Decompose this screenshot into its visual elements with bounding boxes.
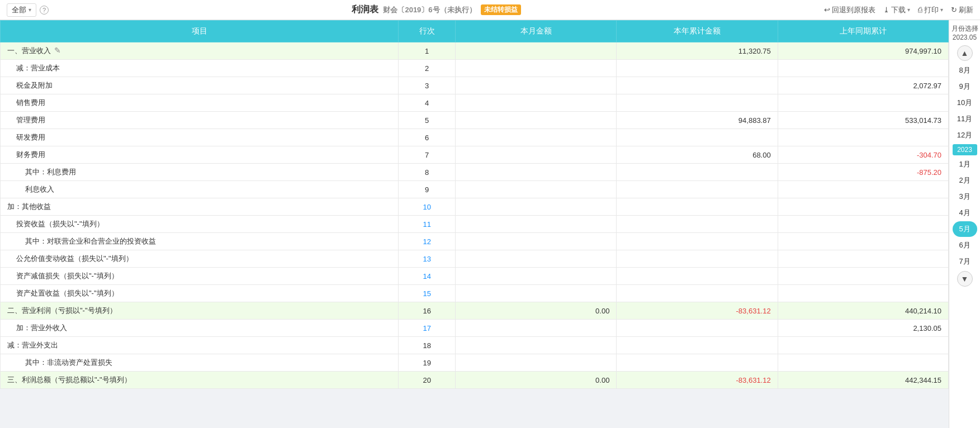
cell-row-number[interactable]: 12 — [399, 233, 456, 250]
month-down-button[interactable]: ▼ — [957, 271, 973, 287]
cell-current-month — [456, 285, 617, 302]
cell-current-month — [456, 129, 617, 146]
cell-item: 二、营业利润（亏损以"-"号填列） — [1, 302, 399, 320]
cell-item: 利息收入 — [1, 181, 399, 198]
cell-prior-ytd: 442,344.15 — [778, 372, 948, 389]
month-item-12月[interactable]: 12月 — [953, 127, 977, 143]
cell-row-number: 8 — [399, 164, 456, 181]
profit-table: 项目 行次 本月金额 本年累计金额 上年同期累计 一、营业收入✎111,320.… — [0, 20, 949, 389]
help-icon[interactable]: ? — [40, 6, 49, 15]
table-row: 其中：利息费用8-875.20 — [1, 164, 949, 181]
cell-item: 其中：非流动资产处置损失 — [1, 354, 399, 372]
cell-ytd: 94,883.87 — [617, 112, 778, 129]
month-item-3月[interactable]: 3月 — [953, 189, 977, 205]
cell-item: 销售费用 — [1, 94, 399, 112]
cell-ytd — [617, 250, 778, 268]
month-item-1月[interactable]: 1月 — [953, 156, 977, 172]
cell-ytd — [617, 216, 778, 233]
table-row: 投资收益（损失以"-"填列）11 — [1, 216, 949, 233]
edit-icon[interactable]: ✎ — [54, 46, 61, 55]
table-row: 资产处置收益（损失以"-"填列）15 — [1, 285, 949, 302]
cell-ytd: 68.00 — [617, 146, 778, 164]
print-icon: ⎙ — [918, 6, 922, 14]
cell-row-number: 19 — [399, 354, 456, 372]
cell-current-month — [456, 233, 617, 250]
cell-prior-ytd — [778, 181, 948, 198]
cell-ytd — [617, 268, 778, 285]
cell-row-number: 20 — [399, 372, 456, 389]
cell-row-number[interactable]: 17 — [399, 320, 456, 337]
month-item-5月[interactable]: 5月 — [953, 221, 977, 237]
unsettle-badge[interactable]: 未结转损益 — [481, 4, 521, 15]
sidebar-title: 月份选择 — [951, 25, 978, 34]
download-icon: ⤓ — [883, 6, 889, 14]
cell-prior-ytd — [778, 216, 948, 233]
table-row: 税金及附加32,072.97 — [1, 77, 949, 94]
cell-row-number: 18 — [399, 337, 456, 354]
table-row: 加：其他收益10 — [1, 198, 949, 216]
dropdown-arrow-icon — [29, 7, 31, 13]
col-item-header: 项目 — [1, 21, 399, 42]
cell-prior-ytd — [778, 337, 948, 354]
cell-item: 加：其他收益 — [1, 198, 399, 216]
month-item-10月[interactable]: 10月 — [953, 95, 977, 111]
year-label[interactable]: 2023 — [953, 144, 977, 155]
return-label: 回退到原报表 — [832, 5, 875, 15]
cell-row-number[interactable]: 11 — [399, 216, 456, 233]
cell-ytd — [617, 129, 778, 146]
table-row: 加：营业外收入172,130.05 — [1, 320, 949, 337]
month-up-button[interactable]: ▲ — [957, 45, 973, 61]
table-row: 其中：非流动资产处置损失19 — [1, 354, 949, 372]
month-item-8月[interactable]: 8月 — [953, 63, 977, 78]
table-header-row: 项目 行次 本月金额 本年累计金额 上年同期累计 — [1, 21, 949, 42]
category-label: 全部 — [12, 5, 26, 15]
table-row: 其中：对联营企业和合营企业的投资收益12 — [1, 233, 949, 250]
table-row: 三、利润总额（亏损总额以"-"号填列）200.00-83,631.12442,3… — [1, 372, 949, 389]
cell-ytd — [617, 60, 778, 77]
refresh-button[interactable]: ↻ 刷新 — [951, 5, 973, 15]
sidebar-header: 月份选择 2023.05 — [951, 22, 978, 44]
cell-ytd — [617, 198, 778, 216]
month-item-9月[interactable]: 9月 — [953, 79, 977, 94]
print-button[interactable]: ⎙ 打印 — [918, 5, 943, 15]
month-item-11月[interactable]: 11月 — [953, 111, 977, 127]
cell-prior-ytd — [778, 60, 948, 77]
cell-ytd — [617, 354, 778, 372]
sidebar-year: 2023.05 — [951, 34, 978, 42]
cell-ytd: 11,320.75 — [617, 42, 778, 60]
download-button[interactable]: ⤓ 下载 — [883, 5, 910, 15]
table-row: 利息收入9 — [1, 181, 949, 198]
cell-prior-ytd — [778, 233, 948, 250]
cell-prior-ytd: 2,072.97 — [778, 77, 948, 94]
col-row-header: 行次 — [399, 21, 456, 42]
cell-current-month — [456, 216, 617, 233]
col-ytd-header: 本年累计金额 — [617, 21, 778, 42]
month-item-7月[interactable]: 7月 — [953, 254, 977, 269]
cell-row-number[interactable]: 14 — [399, 268, 456, 285]
category-dropdown[interactable]: 全部 — [7, 3, 36, 17]
cell-prior-ytd — [778, 94, 948, 112]
cell-ytd: -83,631.12 — [617, 372, 778, 389]
print-arrow-icon — [940, 7, 943, 13]
cell-current-month: 0.00 — [456, 372, 617, 389]
cell-current-month — [456, 146, 617, 164]
cell-current-month — [456, 337, 617, 354]
cell-current-month: 0.00 — [456, 302, 617, 320]
report-title: 利润表 — [352, 4, 378, 16]
cell-row-number[interactable]: 15 — [399, 285, 456, 302]
return-icon: ↩ — [824, 6, 830, 14]
return-button[interactable]: ↩ 回退到原报表 — [824, 5, 875, 15]
month-item-4月[interactable]: 4月 — [953, 205, 977, 221]
table-row: 财务费用768.00-304.70 — [1, 146, 949, 164]
month-item-6月[interactable]: 6月 — [953, 237, 977, 253]
cell-item: 减：营业成本 — [1, 60, 399, 77]
table-row: 一、营业收入✎111,320.75974,997.10 — [1, 42, 949, 60]
cell-prior-ytd: -875.20 — [778, 164, 948, 181]
month-item-2月[interactable]: 2月 — [953, 173, 977, 188]
cell-row-number[interactable]: 13 — [399, 250, 456, 268]
cell-row-number[interactable]: 10 — [399, 198, 456, 216]
cell-row-number: 9 — [399, 181, 456, 198]
cell-item: 财务费用 — [1, 146, 399, 164]
top-bar: 全部 ? 利润表 财会〔2019〕6号（未执行） 未结转损益 ↩ 回退到原报表 … — [0, 0, 980, 20]
cell-current-month — [456, 94, 617, 112]
